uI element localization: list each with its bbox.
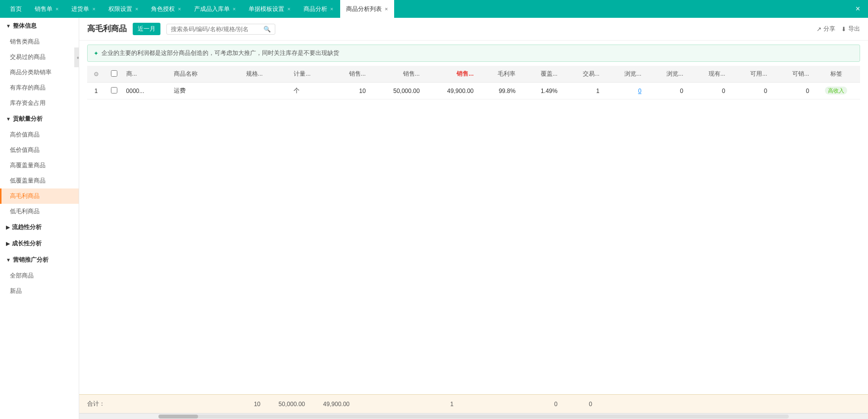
chevron-right-icon-2: ▶ — [6, 241, 10, 246]
content-area: 高毛利商品 近一月 🔍 ↗ 分享 ⬇ 导出 ✦ 企业的主要的利润都是这部分商品创… — [79, 18, 868, 419]
nav-inventory[interactable]: 产成品入库单 × — [188, 0, 242, 18]
nav-permission[interactable]: 权限设置 × — [102, 0, 144, 18]
col-header-gross-rate: 毛利率 — [477, 66, 519, 83]
sidebar-item-low-value[interactable]: 低价值商品 — [0, 142, 79, 158]
sidebar-group-contribution[interactable]: ▼ 贡献量分析 — [0, 111, 79, 127]
col-header-coverage: 覆盖... — [518, 66, 561, 83]
data-table: ⚙ 商... 商品名称 规格... — [87, 66, 860, 99]
sidebar-item-new-goods[interactable]: 新品 — [0, 283, 79, 299]
footer-trade: 1 — [419, 401, 454, 408]
gear-icon[interactable]: ⚙ — [94, 71, 99, 78]
nav-purchase[interactable]: 进货单 × — [65, 0, 101, 18]
nav-role-close[interactable]: × — [178, 6, 181, 12]
row-trade: 1 — [561, 83, 603, 99]
row-spec — [243, 83, 291, 99]
row-browse2: 0 — [644, 83, 686, 99]
col-header-sales-cost: 销售... — [423, 66, 477, 83]
row-sellable: 0 — [770, 83, 812, 99]
sidebar-item-stock-capital[interactable]: 库存资金占用 — [0, 95, 79, 111]
nav-home[interactable]: 首页 — [4, 0, 28, 18]
nav-analysis[interactable]: 商品分析 × — [298, 0, 339, 18]
footer-sales-cost: 49,900.00 — [305, 401, 350, 408]
nav-template-close[interactable]: × — [287, 6, 290, 12]
col-header-trade: 交易... — [561, 66, 603, 83]
col-header-unit: 计量... — [291, 66, 327, 83]
nav-analysis-list-close[interactable]: × — [385, 6, 388, 12]
col-header-browse1: 浏览... — [603, 66, 645, 83]
col-header-tag: 标签 — [812, 66, 860, 83]
sidebar-group-overall[interactable]: ▼ 整体信息 — [0, 18, 79, 34]
header-actions: ↗ 分享 ⬇ 导出 — [817, 25, 860, 33]
nav-analysis-close[interactable]: × — [330, 6, 333, 12]
row-unit: 个 — [291, 83, 327, 99]
nav-inventory-close[interactable]: × — [233, 6, 236, 12]
row-sales-cost: 49,900.00 — [423, 83, 477, 99]
chevron-down-icon: ▼ — [6, 23, 11, 29]
footer-available2: 0 — [558, 401, 592, 408]
row-select-checkbox[interactable] — [111, 87, 117, 93]
top-nav: 首页 销售单 × 进货单 × 权限设置 × 角色授权 × 产成品入库单 × 单据… — [0, 0, 868, 18]
sidebar-item-high-margin[interactable]: 高毛利商品 — [0, 188, 79, 204]
search-icon[interactable]: 🔍 — [263, 26, 271, 33]
sidebar-item-all-goods[interactable]: 全部商品 — [0, 268, 79, 283]
nav-sales[interactable]: 销售单 × — [29, 0, 64, 18]
nav-template[interactable]: 单据模板设置 × — [243, 0, 296, 18]
nav-sales-close[interactable]: × — [55, 6, 58, 12]
table-container: ⚙ 商... 商品名称 规格... — [79, 66, 868, 394]
window-close-button[interactable]: × — [852, 4, 864, 13]
page-title: 高毛利商品 — [87, 24, 127, 34]
footer-sales-qty: 10 — [226, 401, 260, 408]
row-name: 运费 — [171, 83, 243, 99]
share-icon: ↗ — [817, 26, 821, 33]
chevron-down-icon-3: ▼ — [6, 257, 11, 263]
nav-analysis-list[interactable]: 商品分析列表 × — [340, 0, 394, 18]
col-header-spec: 规格... — [243, 66, 291, 83]
search-input[interactable] — [171, 26, 261, 33]
search-box[interactable]: 🔍 — [166, 24, 275, 35]
sidebar-group-trend[interactable]: ▶ 流趋性分析 — [0, 219, 79, 235]
col-header-sales-amt: 销售... — [369, 66, 423, 83]
sidebar-item-sales-goods[interactable]: 销售类商品 — [0, 34, 79, 49]
col-header-name: 商品名称 — [171, 66, 243, 83]
nav-permission-close[interactable]: × — [135, 6, 138, 12]
select-all-checkbox[interactable] — [111, 70, 117, 77]
scroll-thumb[interactable] — [158, 415, 198, 419]
sidebar-item-traded-goods[interactable]: 交易过的商品 — [0, 49, 79, 65]
checkbox-col-header[interactable] — [105, 66, 123, 83]
col-header-sales-qty: 销售... — [327, 66, 369, 83]
sidebar-item-category-rate[interactable]: 商品分类助销率 — [0, 65, 79, 80]
sidebar: ▼ 整体信息 销售类商品 交易过的商品 商品分类助销率 有库存的商品 库存资金占… — [0, 18, 79, 419]
sidebar-item-low-margin[interactable]: 低毛利商品 — [0, 204, 79, 219]
row-num: 1 — [87, 83, 105, 99]
row-tag: 高收入 — [812, 83, 860, 99]
col-header-browse2: 浏览... — [644, 66, 686, 83]
row-coverage: 1.49% — [518, 83, 561, 99]
content-header: 高毛利商品 近一月 🔍 ↗ 分享 ⬇ 导出 — [79, 18, 868, 41]
export-icon: ⬇ — [841, 26, 846, 33]
info-icon: ✦ — [94, 50, 99, 57]
table-footer: 合计： 10 50,000.00 49,900.00 1 0 0 — [79, 394, 868, 413]
info-banner: ✦ 企业的主要的利润都是这部分商品创造的，可考虑加大推广，同时关注库存是不要出现… — [87, 45, 860, 62]
scroll-track[interactable] — [158, 415, 789, 419]
row-sales-qty: 10 — [327, 83, 369, 99]
sidebar-item-stock-goods[interactable]: 有库存的商品 — [0, 80, 79, 95]
row-checkbox[interactable] — [105, 83, 123, 99]
sidebar-item-high-coverage[interactable]: 高覆盖量商品 — [0, 158, 79, 173]
sidebar-group-marketing[interactable]: ▼ 营销推广分析 — [0, 252, 79, 268]
share-button[interactable]: ↗ 分享 — [817, 25, 835, 33]
sidebar-item-high-value[interactable]: 高价值商品 — [0, 127, 79, 142]
sidebar-group-growth[interactable]: ▶ 成长性分析 — [0, 235, 79, 252]
nav-purchase-close[interactable]: × — [92, 6, 95, 12]
nav-role[interactable]: 角色授权 × — [145, 0, 187, 18]
settings-col-header[interactable]: ⚙ — [87, 66, 105, 83]
bottom-scrollbar[interactable] — [79, 413, 868, 419]
filter-recent-month-button[interactable]: 近一月 — [133, 23, 160, 35]
table-header-row: ⚙ 商... 商品名称 规格... — [87, 66, 860, 83]
row-available1: 0 — [686, 83, 728, 99]
sidebar-item-low-coverage[interactable]: 低覆盖量商品 — [0, 173, 79, 188]
row-gross-rate: 99.8% — [477, 83, 519, 99]
sidebar-collapse-button[interactable]: « — [74, 47, 79, 67]
export-button[interactable]: ⬇ 导出 — [841, 25, 860, 33]
chevron-right-icon: ▶ — [6, 225, 10, 230]
footer-available1: 0 — [523, 401, 558, 408]
